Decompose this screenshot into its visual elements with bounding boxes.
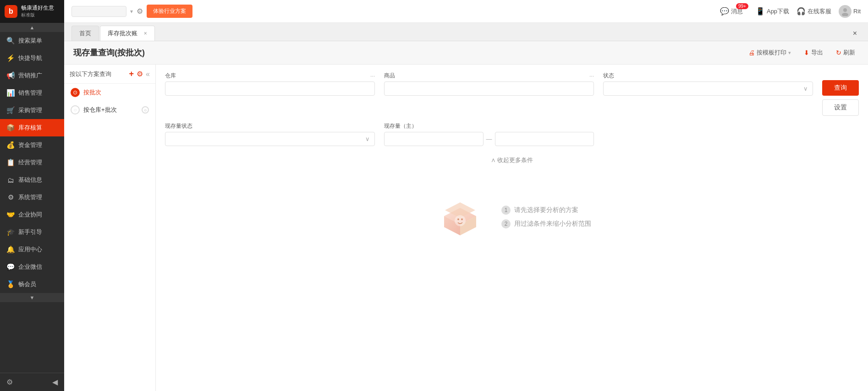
scheme-toggle-icon: ○ xyxy=(142,106,149,114)
svg-point-1 xyxy=(842,13,848,16)
empty-state: 1 请先选择要分析的方案 2 用过滤条件来缩小分析范围 xyxy=(165,164,859,274)
phone-icon: 📱 xyxy=(756,7,765,16)
inventory-status-filter: 现存量状态 ∨ xyxy=(165,122,375,146)
status-chevron-icon: ∨ xyxy=(803,85,808,92)
sidebar-item-app-center[interactable]: 🔔 应用中心 xyxy=(0,241,64,258)
try-industry-btn[interactable]: 体验行业方案 xyxy=(147,5,192,18)
export-icon: ⬇ xyxy=(804,49,809,56)
sidebar-item-search[interactable]: 🔍 搜索菜单 xyxy=(0,32,64,49)
sidebar-item-base-info[interactable]: 🗂 基础信息 xyxy=(0,171,64,189)
search-menu-icon: 🔍 xyxy=(6,37,15,45)
add-scheme-icon[interactable]: + xyxy=(129,69,134,79)
refresh-btn[interactable]: ↻ 刷新 xyxy=(832,47,859,59)
scheme-label: 按仓库+批次 xyxy=(83,106,117,114)
settings-btn[interactable]: 设置 xyxy=(822,99,859,116)
app-download-btn[interactable]: 📱 App下载 xyxy=(756,7,789,16)
inventory-status-chevron-icon: ∨ xyxy=(365,136,370,142)
sidebar-item-weixin[interactable]: 💬 企业微信 xyxy=(0,258,64,276)
warehouse-dots[interactable]: ··· xyxy=(370,73,375,79)
operations-icon: 📋 xyxy=(6,158,15,167)
tab-inventory-batch[interactable]: 库存批次账 × xyxy=(100,26,155,41)
qty-max-input[interactable] xyxy=(495,132,594,146)
hint-num-2: 2 xyxy=(501,219,511,228)
page-header: 现存量查询(按批次) 🖨 按模板打印 ▾ ⬇ 导出 ↻ 刷新 xyxy=(64,41,868,65)
message-btn[interactable]: 💬 消息 99+ xyxy=(720,7,743,16)
empty-hint-1: 1 请先选择要分析的方案 xyxy=(501,206,591,215)
qty-min-input[interactable] xyxy=(384,132,483,146)
sidebar-item-label: 销售管理 xyxy=(18,89,42,97)
collapse-row[interactable]: ∧ 收起更多条件 xyxy=(165,156,859,164)
sidebar-item-label: 经营管理 xyxy=(18,158,42,167)
headset-icon: 🎧 xyxy=(797,7,806,16)
inventory-icon: 📦 xyxy=(6,124,15,132)
query-btn[interactable]: 查询 xyxy=(822,80,859,96)
hint-num-1: 1 xyxy=(501,206,511,215)
svg-point-6 xyxy=(455,215,466,226)
sidebar-item-inventory[interactable]: 📦 库存核算 xyxy=(0,119,64,136)
nav-scroll-down[interactable]: ▼ xyxy=(0,293,64,302)
scheme-label: 按批次 xyxy=(83,88,101,97)
svg-point-8 xyxy=(461,218,463,220)
gear-icon[interactable]: ⚙ xyxy=(137,7,143,16)
range-separator: — xyxy=(486,136,492,142)
empty-text: 1 请先选择要分析的方案 2 用过滤条件来缩小分析范围 xyxy=(501,206,591,233)
product-dots[interactable]: ··· xyxy=(589,73,594,79)
inventory-status-select[interactable]: ∨ xyxy=(165,132,375,146)
online-service-btn[interactable]: 🎧 在线客服 xyxy=(797,7,831,16)
export-btn[interactable]: ⬇ 导出 xyxy=(800,47,827,59)
version-label: 标准版 xyxy=(21,12,54,18)
status-select[interactable]: ∨ xyxy=(603,81,813,96)
sidebar-nav: ▲ 🔍 搜索菜单 ⚡ 快捷导航 📢 营销推广 📊 销售管理 🛒 采购管理 📦 库… xyxy=(0,23,64,373)
print-btn[interactable]: 🖨 按模板打印 ▾ xyxy=(745,47,795,59)
filter-actions: 查询 设置 xyxy=(822,72,859,116)
breadcrumb-input[interactable] xyxy=(71,6,126,17)
user-name: Rit xyxy=(853,8,861,15)
sidebar-item-label: 企业协同 xyxy=(18,211,42,219)
nav-scroll-up[interactable]: ▲ xyxy=(0,23,64,32)
scheme-settings-icon[interactable]: ⚙ xyxy=(137,70,143,78)
inventory-qty-filter: 现存量（主） — xyxy=(384,122,594,146)
sidebar-item-finance[interactable]: 💰 资金管理 xyxy=(0,136,64,154)
sidebar-item-newbie[interactable]: 🎓 新手引导 xyxy=(0,223,64,241)
print-icon: 🖨 xyxy=(748,49,755,56)
user-menu[interactable]: Rit xyxy=(839,5,861,18)
sidebar-item-operations[interactable]: 📋 经营管理 xyxy=(0,154,64,171)
global-close-btn[interactable]: × xyxy=(849,27,861,39)
sidebar-item-sales[interactable]: 📊 销售管理 xyxy=(0,84,64,102)
filter-row-1: 仓库 ··· 商品 ··· 状态 xyxy=(165,72,859,116)
sidebar-header: b 畅康通好生意 标准版 xyxy=(0,0,64,23)
sidebar-item-marketing[interactable]: 📢 营销推广 xyxy=(0,67,64,84)
system-icon: ⚙ xyxy=(6,193,15,201)
panel-header: 按以下方案查询 + ⚙ « xyxy=(64,65,155,84)
scheme-item-batch[interactable]: ⊙ 按批次 xyxy=(64,84,155,101)
scheme-item-warehouse-batch[interactable]: ○ 按仓库+批次 ○ xyxy=(64,101,155,119)
svg-point-7 xyxy=(457,218,459,220)
sidebar-item-member[interactable]: 🏅 畅会员 xyxy=(0,276,64,293)
panel-collapse-icon[interactable]: « xyxy=(146,70,150,78)
content-body: 按以下方案查询 + ⚙ « ⊙ 按批次 ○ 按仓库+批次 ○ xyxy=(64,65,868,391)
product-input[interactable] xyxy=(384,81,594,96)
tab-close-btn[interactable]: × xyxy=(141,30,147,37)
breadcrumb-chevron-icon: ▾ xyxy=(130,8,133,15)
base-info-icon: 🗂 xyxy=(6,176,15,184)
svg-point-0 xyxy=(843,8,847,12)
sidebar-settings-icon[interactable]: ⚙ xyxy=(6,378,13,386)
inventory-status-label: 现存量状态 xyxy=(165,122,375,130)
sidebar-footer: ⚙ ◀ xyxy=(0,373,64,391)
page-header-actions: 🖨 按模板打印 ▾ ⬇ 导出 ↻ 刷新 xyxy=(745,47,859,59)
warehouse-input[interactable] xyxy=(165,81,375,96)
empty-svg xyxy=(435,194,485,244)
sidebar-item-purchase[interactable]: 🛒 采购管理 xyxy=(0,102,64,119)
app-download-label: App下载 xyxy=(767,7,789,16)
print-chevron-icon: ▾ xyxy=(788,50,791,56)
hint-text-1: 请先选择要分析的方案 xyxy=(514,206,578,214)
quick-nav-icon: ⚡ xyxy=(6,54,15,62)
sidebar-item-system[interactable]: ⚙ 系统管理 xyxy=(0,189,64,206)
sidebar-item-quick-nav[interactable]: ⚡ 快捷导航 xyxy=(0,49,64,67)
sidebar-item-enterprise[interactable]: 🤝 企业协同 xyxy=(0,206,64,223)
filter-row-2: 现存量状态 ∨ 现存量（主） — xyxy=(165,122,859,150)
tab-home[interactable]: 首页 xyxy=(71,26,99,41)
refresh-icon: ↻ xyxy=(836,49,841,56)
sidebar-collapse-icon[interactable]: ◀ xyxy=(52,378,58,386)
right-panel: 仓库 ··· 商品 ··· 状态 xyxy=(156,65,868,391)
